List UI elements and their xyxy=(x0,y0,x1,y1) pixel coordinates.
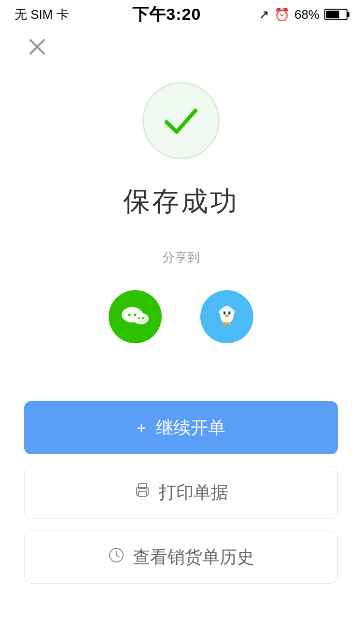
svg-rect-20 xyxy=(139,491,146,496)
checkmark-icon xyxy=(159,99,203,142)
wechat-icon xyxy=(120,301,151,332)
svg-point-6 xyxy=(138,317,140,319)
svg-point-13 xyxy=(225,315,229,317)
continue-label: 继续开单 xyxy=(156,416,225,440)
success-title: 保存成功 xyxy=(123,183,239,220)
svg-point-17 xyxy=(226,322,231,325)
history-icon xyxy=(108,546,125,568)
history-label: 查看销货单历史 xyxy=(133,546,254,569)
battery-percent: 68% xyxy=(294,7,320,22)
continue-icon: + xyxy=(137,419,146,437)
print-icon xyxy=(134,482,151,503)
svg-point-12 xyxy=(229,312,230,314)
main-content: 保存成功 分享到 xyxy=(0,29,362,584)
status-left: 无 SIM 卡 xyxy=(14,6,75,23)
share-icons xyxy=(24,290,338,343)
qq-share-button[interactable] xyxy=(200,290,253,343)
svg-point-21 xyxy=(146,490,148,491)
success-icon-circle xyxy=(142,82,220,159)
status-right: ↗ ⏰ 68% xyxy=(259,7,348,22)
close-button[interactable] xyxy=(24,34,50,60)
svg-point-7 xyxy=(142,317,144,319)
status-time: 下午3:20 xyxy=(132,3,201,26)
wechat-share-button[interactable] xyxy=(109,290,162,343)
share-divider: 分享到 xyxy=(24,249,338,266)
share-section: 分享到 xyxy=(0,249,362,382)
svg-point-11 xyxy=(224,312,225,314)
svg-point-15 xyxy=(231,309,235,314)
svg-point-5 xyxy=(134,314,137,316)
svg-point-14 xyxy=(219,309,223,314)
carrier-text: 无 SIM 卡 xyxy=(14,6,69,23)
share-label: 分享到 xyxy=(153,249,209,266)
history-button[interactable]: 查看销货单历史 xyxy=(24,531,338,584)
location-icon: ↗ xyxy=(259,7,269,22)
svg-point-4 xyxy=(128,314,131,316)
battery-icon xyxy=(324,9,348,20)
continue-order-button[interactable]: + 继续开单 xyxy=(24,401,338,454)
qq-icon xyxy=(211,301,242,332)
print-label: 打印单据 xyxy=(159,481,228,504)
status-bar: 无 SIM 卡 下午3:20 ↗ ⏰ 68% xyxy=(0,0,362,29)
svg-line-24 xyxy=(116,555,119,557)
action-buttons: + 继续开单 打印单据 查看销货单历史 xyxy=(0,401,362,584)
print-button[interactable]: 打印单据 xyxy=(24,466,338,519)
alarm-icon: ⏰ xyxy=(274,7,290,22)
